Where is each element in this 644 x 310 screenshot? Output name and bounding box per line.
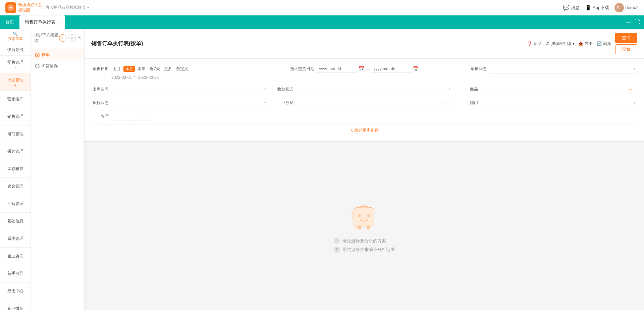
- sidebar-item-ecommerce[interactable]: 电商管理: [0, 125, 31, 143]
- outbound-label: 出库状态: [91, 87, 109, 92]
- scheme-actions: + ⚙ «: [59, 34, 81, 42]
- expected-date-to[interactable]: [371, 65, 412, 73]
- app-download-icon: 📱: [585, 5, 591, 11]
- outbound-field: 出库状态 ▾: [91, 85, 268, 94]
- customer-input-wrap: ···: [111, 111, 152, 120]
- filter-panel: 单据日期 上月 本月 本年 近7天 更多 自定义 预计交货日期: [85, 59, 644, 142]
- exec-label: 执行状态: [91, 100, 109, 106]
- salesman-label: 业务员: [276, 100, 293, 106]
- breadcrumb-arrow-icon: ▾: [87, 6, 89, 9]
- sidebar-item-guide[interactable]: 新手引导: [0, 265, 31, 282]
- salesman-more-icon[interactable]: ···: [444, 100, 450, 106]
- wholesale-arrow-icon: ▴: [14, 83, 16, 87]
- sidebar-item-finance[interactable]: 资金管理: [0, 178, 31, 195]
- message-icon: 💬: [563, 4, 570, 11]
- date-row: 单据日期 上月 本月 本年 近7天 更多 自定义 预计交货日期: [91, 64, 637, 73]
- customer-label: 客户: [91, 113, 109, 119]
- date-subrow: 2023-03-01 至 2023-03-31: [91, 75, 637, 81]
- status-label: 单据状态: [469, 66, 487, 72]
- refresh-btn[interactable]: 🔄 刷新: [597, 41, 611, 47]
- retail-arrow-icon: ▾: [14, 65, 16, 69]
- sidebar-item-system[interactable]: 系统管理: [0, 230, 31, 248]
- logo-icon: [5, 2, 16, 13]
- page-title: 销售订单执行表(按单): [91, 40, 143, 47]
- setting-button[interactable]: 设置: [615, 44, 637, 54]
- goods-more-icon[interactable]: ···: [629, 86, 635, 92]
- sidebar-item-collab[interactable]: 企业协同: [0, 248, 31, 265]
- app-download-btn[interactable]: 📱 App下载: [585, 5, 609, 11]
- top-bar: 畅捷通好生意 标准版 办公用品行业模拟账套 ▾ 💬 消息 📱 App下载 Ea …: [0, 0, 644, 15]
- scheme-config-btn[interactable]: ⚙: [68, 34, 76, 42]
- collapse-bar[interactable]: ∧ 收起更多条件: [91, 124, 637, 136]
- svg-rect-2: [354, 208, 374, 226]
- collapse-chevron-icon: ∧: [350, 128, 353, 133]
- message-btn[interactable]: 💬 消息: [563, 4, 580, 11]
- tab-close-icon[interactable]: ×: [57, 20, 60, 24]
- scheme-add-btn[interactable]: +: [59, 34, 66, 42]
- tab-fullscreen-icon[interactable]: ⛶: [635, 19, 640, 25]
- avatar: Ea: [614, 3, 624, 12]
- exec-select[interactable]: ▾: [111, 98, 268, 107]
- sidebar-item-search[interactable]: 🔍 搜索菜单: [0, 29, 31, 44]
- user-profile[interactable]: Ea demo2: [614, 3, 639, 12]
- hint-num-1: 1: [334, 238, 340, 244]
- exec-field: 执行状态 ▾: [91, 98, 268, 107]
- hint-num-2: 2: [334, 247, 340, 253]
- sidebar: 🔍 搜索菜单 快捷导航 零售管理 ▾ 批发管理 ▴ 营销推广 销售管理 电商管理…: [0, 29, 31, 310]
- sidebar-item-apps[interactable]: 应用中心: [0, 282, 31, 300]
- scheme-collapse-btn[interactable]: «: [78, 34, 81, 42]
- scheme-item-by-order[interactable]: ● 按单: [31, 49, 84, 60]
- scheme-config-icon: ⚙: [70, 36, 74, 40]
- tab-home[interactable]: 首页: [0, 15, 19, 29]
- sidebar-item-purchase[interactable]: 采购管理: [0, 143, 31, 160]
- outbound-select[interactable]: ▾: [111, 85, 268, 94]
- sidebar-item-sales[interactable]: 销售管理: [0, 108, 31, 125]
- breadcrumb[interactable]: 办公用品行业模拟账套 ▾: [46, 5, 89, 10]
- date-option-custom[interactable]: 自定义: [175, 65, 190, 72]
- date-option-this-year[interactable]: 本年: [136, 65, 147, 72]
- scheme-item-dot: ○: [35, 64, 40, 68]
- expected-date-from[interactable]: [317, 65, 357, 73]
- payment-select[interactable]: ▾: [296, 85, 453, 94]
- date-option-this-month[interactable]: 本月: [123, 66, 135, 72]
- status-select[interactable]: ▾: [489, 64, 637, 73]
- sidebar-item-nav[interactable]: 快捷导航: [0, 44, 31, 56]
- help-icon: ❓: [527, 41, 532, 46]
- calendar-icon-right: 📅: [413, 66, 419, 71]
- date-option-7days[interactable]: 近7天: [148, 65, 161, 72]
- content-area: 销售订单执行表(按单) ❓ 帮助 🖨 按模板打印 ▾ 📤 导出: [85, 29, 644, 310]
- payment-field: 收款状态 ▾: [276, 85, 453, 94]
- tab-sales-exec[interactable]: 销售订单执行表 ×: [19, 15, 65, 29]
- template-print-btn[interactable]: 🖨 按模板打印 ▾: [546, 41, 574, 47]
- sidebar-item-basic[interactable]: 基础信息: [0, 213, 31, 230]
- sidebar-item-wholesale[interactable]: 批发管理 ▴: [0, 73, 31, 91]
- date-option-last-month[interactable]: 上月: [111, 65, 122, 72]
- dept-select[interactable]: ▾: [481, 98, 637, 107]
- query-setting-group: 查询 设置: [615, 33, 637, 54]
- expected-date-inputs: 📅 — 📅: [317, 65, 458, 73]
- sidebar-item-operations[interactable]: 经营管理: [0, 195, 31, 213]
- sidebar-item-inventory[interactable]: 库存核算: [0, 160, 31, 178]
- sidebar-item-marketing[interactable]: 营销推广: [0, 91, 31, 108]
- tab-minimize-icon[interactable]: —: [626, 19, 631, 25]
- salesman-field: 业务员 ···: [276, 98, 453, 107]
- filter-row-4: 客户 ···: [91, 111, 637, 120]
- filter-row-2: 出库状态 ▾ 收款状态 ▾ 商品: [91, 85, 637, 94]
- logo-text: 畅捷通好生意 标准版: [18, 2, 42, 13]
- sidebar-item-retail[interactable]: 零售管理 ▾: [0, 56, 31, 73]
- query-button[interactable]: 查询: [615, 33, 637, 43]
- export-btn[interactable]: 📤 导出: [578, 41, 593, 47]
- customer-more-icon[interactable]: ···: [143, 113, 150, 119]
- empty-state: 1 请先选择要分析的方案 2 用过滤条件来缩小分析范围: [85, 142, 644, 310]
- empty-hint-2: 2 用过滤条件来缩小分析范围: [334, 247, 395, 253]
- empty-illustration: [347, 199, 381, 232]
- svg-point-3: [358, 214, 361, 217]
- help-btn[interactable]: ❓ 帮助: [527, 41, 542, 47]
- sidebar-item-wechat[interactable]: 企业微信: [0, 300, 31, 310]
- scheme-item-shortage[interactable]: ○ 欠货情况: [31, 60, 84, 71]
- status-field-group: 单据状态 ▾: [469, 64, 637, 73]
- payment-label: 收款状态: [276, 87, 293, 92]
- tab-bar: 首页 销售订单执行表 × — ⛶: [0, 15, 644, 29]
- filter-row-3: 执行状态 ▾ 业务员 ··· 部门: [91, 98, 637, 107]
- date-option-more[interactable]: 更多: [163, 65, 173, 72]
